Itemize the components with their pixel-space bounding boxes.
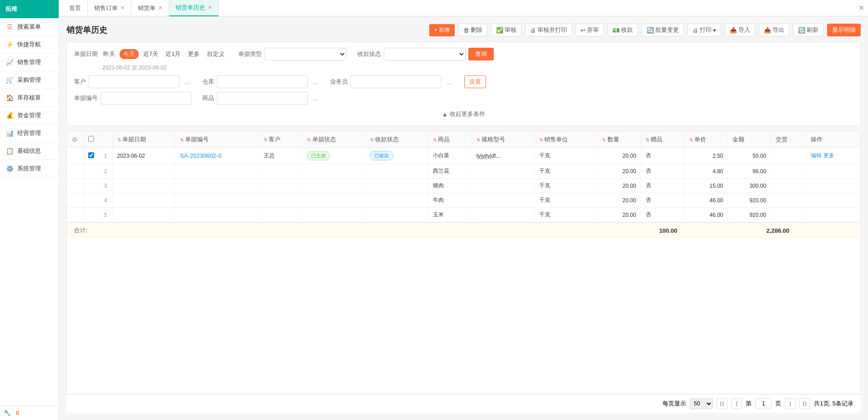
col-goods[interactable]: ⇅ 商品: [428, 132, 472, 148]
shortcut-7days[interactable]: 近7天: [140, 49, 161, 59]
tab-home[interactable]: 首页: [63, 0, 88, 16]
sidebar-item-basic-info[interactable]: 📋 基础信息: [0, 142, 59, 160]
shortcut-yesterday[interactable]: 昨天: [100, 49, 118, 59]
doc-number-link[interactable]: SA-20230602-0: [180, 152, 221, 159]
cell-doc-status: [302, 208, 365, 222]
row-checkbox[interactable]: [88, 152, 94, 158]
sidebar-item-quick-nav[interactable]: ⚡ 快捷导航: [0, 36, 59, 54]
sidebar-item-search-menu[interactable]: ☰ 搜索菜单: [0, 18, 59, 36]
col-amount[interactable]: 金额: [728, 132, 771, 148]
tab-close-sales-delivery[interactable]: ✕: [158, 5, 162, 11]
import-button[interactable]: 📥 导入: [725, 24, 755, 36]
tab-bar-close[interactable]: ✕: [858, 4, 864, 12]
sidebar-item-operations[interactable]: 📊 经营管理: [0, 125, 59, 142]
prev-page-button[interactable]: ⟨: [731, 398, 742, 409]
col-doc-status[interactable]: ⇅ 单据状态: [302, 132, 365, 148]
last-page-button[interactable]: ⟩⟩: [799, 398, 810, 409]
col-doc-date[interactable]: ⇅ 单据日期: [112, 132, 175, 148]
select-all-checkbox[interactable]: [88, 136, 94, 142]
sidebar-item-purchase-mgmt[interactable]: 🛒 采购管理: [0, 71, 59, 89]
salesperson-ellipsis[interactable]: ...: [444, 78, 453, 85]
cell-checkbox[interactable]: [83, 208, 99, 222]
cell-num: 4: [99, 193, 112, 208]
col-delivery[interactable]: 交货: [771, 132, 806, 148]
export-button[interactable]: 📤 导出: [759, 24, 789, 36]
query-button[interactable]: 查询: [468, 48, 494, 60]
page-number-input[interactable]: [755, 398, 772, 409]
per-page-label: 每页显示: [662, 400, 686, 408]
payment-status-select[interactable]: [384, 48, 466, 60]
new-button[interactable]: + 新增: [429, 24, 455, 36]
doc-type-select[interactable]: [265, 48, 346, 60]
cell-quantity: 20.00: [597, 208, 641, 222]
tab-sales-history[interactable]: 销货单历史 ✕: [169, 0, 219, 16]
collapse-button[interactable]: ▲ 收起更多条件: [74, 108, 853, 120]
sidebar-item-sales-mgmt[interactable]: 📈 销售管理: [0, 54, 59, 71]
settings-button[interactable]: 设置: [464, 75, 486, 88]
cell-checkbox[interactable]: [83, 148, 99, 164]
col-gear[interactable]: ⚙: [67, 132, 83, 148]
col-quantity[interactable]: ⇅ 数量: [597, 132, 641, 148]
col-spec[interactable]: ⇅ 规格型号: [472, 132, 534, 148]
shortcut-more[interactable]: 更多: [185, 49, 202, 59]
sidebar-item-finance[interactable]: 💰 资金管理: [0, 107, 59, 125]
cell-customer: 王总: [259, 148, 302, 164]
shortcut-custom[interactable]: 自定义: [204, 49, 227, 59]
per-page-select[interactable]: 50 100: [690, 398, 713, 409]
tab-close-sales-history[interactable]: ✕: [208, 5, 212, 10]
salesperson-input[interactable]: [351, 75, 442, 88]
goods-ellipsis[interactable]: ...: [311, 95, 320, 102]
cell-amount: 96.00: [728, 164, 771, 179]
print-button[interactable]: 🖨 打印 ▾: [687, 24, 721, 36]
cell-checkbox[interactable]: [83, 179, 99, 193]
next-page-button[interactable]: ⟩: [785, 398, 796, 409]
sort-icon3: ⇅: [264, 137, 267, 142]
sidebar-item-inventory[interactable]: 🏠 库存核算: [0, 89, 59, 107]
goods-input[interactable]: [217, 92, 308, 105]
col-unit-price[interactable]: ⇅ 单价: [684, 132, 728, 148]
show-detail-button[interactable]: 显示明细: [827, 24, 861, 36]
cell-checkbox[interactable]: [83, 164, 99, 179]
delete-button[interactable]: 🗑 删除: [458, 24, 487, 36]
audit-button[interactable]: ✅ 审核: [491, 24, 522, 36]
cell-goods: 玉米: [428, 208, 472, 222]
delete-icon: 🗑: [463, 27, 469, 34]
tab-sales-order[interactable]: 销售订单 ✕: [88, 0, 131, 16]
cell-delivery: [771, 208, 806, 222]
shortcut-today[interactable]: 今天: [120, 49, 139, 59]
tab-close-sales-order[interactable]: ✕: [120, 5, 125, 11]
sort-icon: ⇅: [117, 137, 121, 142]
audit-print-button[interactable]: 🖨 审核并打印: [525, 24, 572, 36]
cell-checkbox[interactable]: [83, 193, 99, 208]
warehouse-input[interactable]: [217, 75, 308, 88]
sidebar-bottom-icon2[interactable]: ⏸: [15, 410, 20, 416]
first-page-button[interactable]: ⟨⟨: [717, 398, 728, 409]
audit-print-icon: 🖨: [530, 27, 536, 34]
total-info: 共1页, 5条记录: [814, 400, 853, 408]
col-payment-status[interactable]: ⇅ 收款状态: [365, 132, 428, 148]
more-button[interactable]: 更多: [823, 152, 834, 159]
shortcut-1month[interactable]: 近1月: [163, 49, 183, 59]
gear-icon[interactable]: ⚙: [71, 136, 79, 143]
cell-gear: [67, 179, 83, 193]
refresh-button[interactable]: 🔃 刷新: [793, 24, 823, 36]
customer-input[interactable]: [89, 75, 180, 88]
sidebar-item-system[interactable]: ⚙️ 系统管理: [0, 160, 59, 178]
edit-button[interactable]: 编辑: [811, 152, 822, 159]
sales-mgmt-icon: 📈: [5, 58, 14, 66]
cell-doc-number: [175, 179, 259, 193]
doc-date-label: 单据日期: [74, 50, 98, 58]
batch-change-button[interactable]: 🔄 批量变更: [642, 24, 684, 36]
col-doc-number[interactable]: ⇅ 单据编号: [175, 132, 259, 148]
collect-button[interactable]: 💵 收款: [607, 24, 638, 36]
col-customer[interactable]: ⇅ 客户: [259, 132, 302, 148]
customer-ellipsis[interactable]: ...: [182, 78, 191, 85]
date-range-display: 2023-06-02 至 2023-06-02: [102, 64, 853, 72]
col-sales-unit[interactable]: ⇅ 销售单位: [535, 132, 597, 148]
discard-button[interactable]: ↩ 弃审: [576, 24, 604, 36]
warehouse-ellipsis[interactable]: ...: [311, 78, 320, 85]
tab-sales-delivery[interactable]: 销货单 ✕: [131, 0, 169, 16]
sidebar-bottom-icon1[interactable]: 🔧: [4, 410, 11, 416]
doc-number-input[interactable]: [100, 92, 191, 105]
col-gift[interactable]: ⇅ 赠品: [641, 132, 685, 148]
